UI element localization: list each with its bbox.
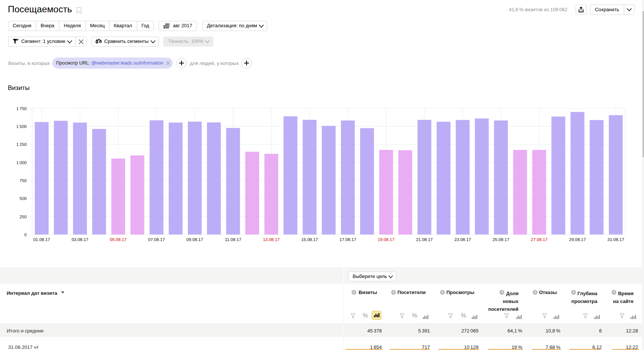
svg-text:1 250: 1 250: [16, 142, 27, 147]
svg-text:03.08.17: 03.08.17: [72, 237, 89, 242]
svg-text:11.08.17: 11.08.17: [225, 237, 241, 242]
svg-text:?: ?: [393, 290, 395, 294]
svg-text:27.08.17: 27.08.17: [531, 237, 548, 242]
svg-text:15.08.17: 15.08.17: [301, 237, 318, 242]
svg-text:250: 250: [19, 215, 27, 219]
svg-text:21.08.17: 21.08.17: [416, 237, 433, 242]
svg-text:29.08.17: 29.08.17: [569, 237, 586, 242]
svg-text:09.08.17: 09.08.17: [186, 237, 203, 242]
svg-text:25.08.17: 25.08.17: [493, 237, 510, 242]
svg-text:23.08.17: 23.08.17: [454, 237, 471, 242]
svg-text:1 500: 1 500: [16, 124, 27, 129]
svg-text:31.08.17: 31.08.17: [607, 237, 624, 242]
svg-text:1 750: 1 750: [16, 106, 27, 111]
svg-text:19.08.17: 19.08.17: [378, 237, 394, 242]
svg-text:07.08.17: 07.08.17: [148, 237, 165, 242]
svg-text:13.08.17: 13.08.17: [263, 237, 280, 242]
svg-text:17.08.17: 17.08.17: [340, 237, 356, 242]
svg-text:05.08.17: 05.08.17: [110, 237, 127, 242]
svg-text:1 000: 1 000: [16, 160, 27, 165]
svg-text:01.08.17: 01.08.17: [33, 237, 50, 242]
svg-text:0: 0: [24, 232, 27, 237]
svg-text:750: 750: [19, 178, 27, 183]
svg-text:500: 500: [19, 196, 27, 201]
svg-text:?: ?: [353, 290, 355, 294]
